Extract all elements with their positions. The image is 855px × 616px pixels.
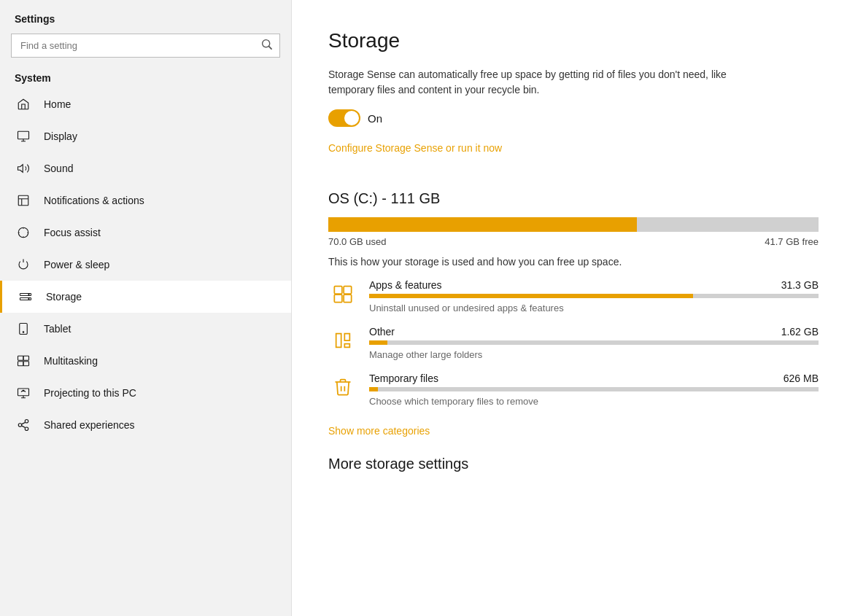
svg-rect-11 xyxy=(23,356,29,360)
sidebar-item-projecting[interactable]: Projecting to this PC xyxy=(0,377,291,409)
svg-rect-21 xyxy=(344,295,352,303)
svg-rect-13 xyxy=(23,362,29,366)
apps-size: 31.3 GB xyxy=(781,279,819,291)
storage-item-other[interactable]: Other 1.62 GB Manage other large folders xyxy=(328,326,819,361)
other-bar-fill xyxy=(369,340,387,345)
svg-point-16 xyxy=(18,424,22,427)
sidebar-item-home[interactable]: Home xyxy=(0,88,291,120)
apps-info: Apps & features 31.3 GB Uninstall unused… xyxy=(369,279,819,314)
other-bar xyxy=(369,340,819,345)
sidebar-item-home-label: Home xyxy=(44,98,71,110)
storage-item-apps[interactable]: Apps & features 31.3 GB Uninstall unused… xyxy=(328,279,819,314)
sidebar-item-tablet-label: Tablet xyxy=(44,323,71,335)
svg-point-7 xyxy=(28,298,29,299)
other-desc: Manage other large folders xyxy=(369,349,482,360)
svg-point-9 xyxy=(23,332,24,333)
sidebar-item-tablet[interactable]: Tablet xyxy=(0,313,291,345)
home-icon xyxy=(15,95,32,113)
search-box[interactable] xyxy=(11,34,280,58)
shared-icon xyxy=(15,416,32,434)
svg-rect-12 xyxy=(18,362,24,366)
temp-header: Temporary files 626 MB xyxy=(369,373,819,384)
notifications-icon xyxy=(15,192,32,209)
app-title: Settings xyxy=(0,0,291,34)
svg-point-3 xyxy=(18,227,28,238)
storage-sense-description: Storage Sense can automatically free up … xyxy=(328,67,737,98)
other-size: 1.62 GB xyxy=(781,326,819,338)
temp-size: 626 MB xyxy=(784,373,819,384)
temp-bar-fill xyxy=(369,387,378,391)
sidebar-item-sound-label: Sound xyxy=(44,163,73,174)
projecting-icon xyxy=(15,384,32,402)
page-title: Storage xyxy=(328,29,819,52)
display-icon xyxy=(15,128,32,145)
svg-rect-20 xyxy=(334,295,342,303)
svg-rect-0 xyxy=(18,131,29,139)
storage-bar-used xyxy=(328,217,637,232)
svg-rect-19 xyxy=(344,286,352,295)
sidebar-item-notifications[interactable]: Notifications & actions xyxy=(0,184,291,217)
other-icon xyxy=(328,326,357,355)
apps-name: Apps & features xyxy=(369,279,442,291)
storage-sense-toggle[interactable] xyxy=(328,109,360,127)
apps-icon xyxy=(328,279,357,308)
sidebar-item-shared[interactable]: Shared experiences xyxy=(0,409,291,441)
sidebar-item-multitasking-label: Multitasking xyxy=(44,355,98,367)
drive-title: OS (C:) - 111 GB xyxy=(328,190,819,207)
svg-rect-14 xyxy=(18,389,29,396)
svg-rect-18 xyxy=(334,286,342,295)
apps-header: Apps & features 31.3 GB xyxy=(369,279,819,291)
sidebar-item-focus[interactable]: Focus assist xyxy=(0,217,291,249)
sidebar-item-sound[interactable]: Sound xyxy=(0,152,291,184)
storage-sense-toggle-row: On xyxy=(328,109,819,127)
sidebar-item-display-label: Display xyxy=(44,130,77,142)
sidebar-item-focus-label: Focus assist xyxy=(44,227,101,238)
svg-point-17 xyxy=(25,427,28,431)
storage-info-text: This is how your storage is used and how… xyxy=(328,256,819,268)
svg-point-15 xyxy=(25,420,28,424)
multitasking-icon xyxy=(15,352,32,370)
svg-marker-1 xyxy=(18,165,23,173)
free-label: 41.7 GB free xyxy=(765,236,819,247)
sidebar-item-storage[interactable]: Storage xyxy=(0,281,291,313)
search-icon xyxy=(255,39,279,52)
svg-point-6 xyxy=(28,294,29,295)
svg-rect-10 xyxy=(18,356,24,360)
sidebar-item-power[interactable]: Power & sleep xyxy=(0,249,291,281)
other-info: Other 1.62 GB Manage other large folders xyxy=(369,326,819,361)
sidebar: Settings System Home Display xyxy=(0,0,292,616)
search-input[interactable] xyxy=(12,34,255,57)
svg-rect-2 xyxy=(18,195,28,206)
sidebar-item-storage-label: Storage xyxy=(46,291,82,303)
temp-info: Temporary files 626 MB Choose which temp… xyxy=(369,373,819,408)
configure-link[interactable]: Configure Storage Sense or run it now xyxy=(328,142,502,154)
temp-bar xyxy=(369,387,819,391)
sidebar-item-projecting-label: Projecting to this PC xyxy=(44,387,136,399)
tablet-icon xyxy=(15,320,32,338)
focus-icon xyxy=(15,224,32,241)
sidebar-item-shared-label: Shared experiences xyxy=(44,419,135,431)
sidebar-item-power-label: Power & sleep xyxy=(44,259,109,270)
storage-bar-container xyxy=(328,217,819,232)
sidebar-item-multitasking[interactable]: Multitasking xyxy=(0,345,291,377)
sidebar-item-notifications-label: Notifications & actions xyxy=(44,195,144,206)
power-icon xyxy=(15,256,32,273)
more-storage-title: More storage settings xyxy=(328,456,819,472)
main-content: Storage Storage Sense can automatically … xyxy=(292,0,855,616)
temp-name: Temporary files xyxy=(369,373,438,384)
storage-item-temp[interactable]: Temporary files 626 MB Choose which temp… xyxy=(328,373,819,408)
temp-desc: Choose which temporary files to remove xyxy=(369,396,538,407)
used-label: 70.0 GB used xyxy=(328,236,387,247)
apps-desc: Uninstall unused or undesired apps & fea… xyxy=(369,303,564,313)
storage-icon xyxy=(17,288,34,305)
system-label: System xyxy=(0,65,291,88)
other-name: Other xyxy=(369,326,395,338)
temp-icon xyxy=(328,373,357,402)
other-header: Other 1.62 GB xyxy=(369,326,819,338)
show-more-link[interactable]: Show more categories xyxy=(328,425,430,437)
storage-bar-labels: 70.0 GB used 41.7 GB free xyxy=(328,236,819,247)
sidebar-item-display[interactable]: Display xyxy=(0,120,291,152)
apps-bar xyxy=(369,294,819,298)
sound-icon xyxy=(15,160,32,177)
toggle-state-label: On xyxy=(368,112,382,125)
